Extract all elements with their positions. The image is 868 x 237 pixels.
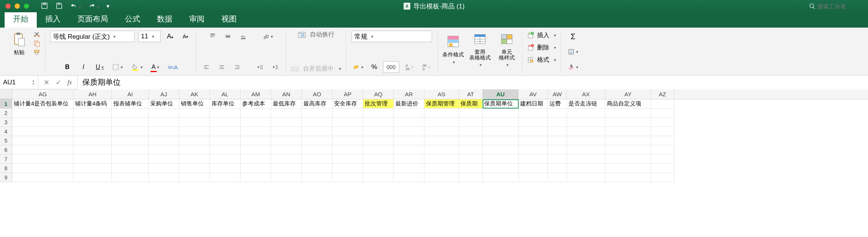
- cell-AX3[interactable]: [567, 118, 605, 127]
- cell-AJ7[interactable]: [149, 155, 179, 164]
- tab-view[interactable]: 视图: [213, 11, 245, 28]
- cell-AY8[interactable]: [605, 164, 651, 173]
- copy-button[interactable]: [33, 40, 41, 47]
- cell-AS8[interactable]: [424, 164, 459, 173]
- cell-AP1[interactable]: 安全库存: [332, 99, 363, 109]
- cell-AO8[interactable]: [302, 164, 332, 173]
- cell-AS1[interactable]: 保质期管理: [424, 99, 459, 109]
- align-right-button[interactable]: [231, 61, 243, 73]
- cell-AZ2[interactable]: [651, 109, 674, 118]
- cell-AP4[interactable]: [332, 127, 363, 136]
- enter-formula-icon[interactable]: ✓: [56, 78, 61, 87]
- cell-AZ4[interactable]: [651, 127, 674, 136]
- font-size-combo[interactable]: 11: [138, 31, 160, 42]
- cell-AR7[interactable]: [394, 155, 424, 164]
- cell-AW9[interactable]: [548, 173, 567, 182]
- column-header-AH[interactable]: AH: [74, 89, 112, 99]
- cell-AN6[interactable]: [271, 145, 302, 155]
- cell-AP9[interactable]: [332, 173, 363, 182]
- redo-icon[interactable]: [88, 3, 100, 10]
- cell-AV4[interactable]: [519, 127, 548, 136]
- cell-AI7[interactable]: [112, 155, 149, 164]
- cell-AK2[interactable]: [179, 109, 210, 118]
- cell-AJ3[interactable]: [149, 118, 179, 127]
- cell-AS3[interactable]: [424, 118, 459, 127]
- cell-AX7[interactable]: [567, 155, 605, 164]
- delete-cells-button[interactable]: ×删除: [527, 43, 556, 52]
- cell-AY3[interactable]: [605, 118, 651, 127]
- cell-AK6[interactable]: [179, 145, 210, 155]
- row-header-9[interactable]: 9: [0, 173, 12, 182]
- cell-AK7[interactable]: [179, 155, 210, 164]
- font-color-button[interactable]: A: [149, 61, 161, 73]
- column-header-AV[interactable]: AV: [519, 89, 548, 99]
- cell-AL8[interactable]: [210, 164, 241, 173]
- cell-AV1[interactable]: 建档日期: [519, 99, 548, 109]
- save-icon[interactable]: [55, 2, 63, 11]
- cell-AO9[interactable]: [302, 173, 332, 182]
- cell-AT9[interactable]: [459, 173, 483, 182]
- cell-AL4[interactable]: [210, 127, 241, 136]
- cell-AV8[interactable]: [519, 164, 548, 173]
- cell-AU7[interactable]: [483, 155, 519, 164]
- formula-input[interactable]: [78, 76, 868, 89]
- fx-icon[interactable]: fx: [67, 79, 72, 86]
- cell-AT7[interactable]: [459, 155, 483, 164]
- row-header-2[interactable]: 2: [0, 109, 12, 118]
- conditional-formatting-button[interactable]: 条件格式: [442, 33, 464, 65]
- tab-review[interactable]: 审阅: [181, 11, 213, 28]
- cell-AX8[interactable]: [567, 164, 605, 173]
- cell-AS9[interactable]: [424, 173, 459, 182]
- cell-AV9[interactable]: [519, 173, 548, 182]
- row-header-5[interactable]: 5: [0, 136, 12, 145]
- cancel-formula-icon[interactable]: ✕: [44, 78, 49, 87]
- cell-AN1[interactable]: 最低库存: [271, 99, 302, 109]
- percent-button[interactable]: %: [368, 61, 380, 73]
- wrap-text-button[interactable]: 自动换行: [298, 31, 334, 39]
- cell-AR6[interactable]: [394, 145, 424, 155]
- column-header-AR[interactable]: AR: [394, 89, 424, 99]
- cell-AU2[interactable]: [483, 109, 519, 118]
- cell-AJ2[interactable]: [149, 109, 179, 118]
- cell-AG1[interactable]: 辅计量4是否包装单位: [12, 99, 74, 109]
- sheet-search[interactable]: [809, 3, 863, 10]
- cell-AT3[interactable]: [459, 118, 483, 127]
- fill-color-button[interactable]: [129, 61, 145, 73]
- cell-AL6[interactable]: [210, 145, 241, 155]
- cell-AL1[interactable]: 库存单位: [210, 99, 241, 109]
- cell-AT2[interactable]: [459, 109, 483, 118]
- column-header-AQ[interactable]: AQ: [363, 89, 394, 99]
- column-header-AU[interactable]: AU: [483, 89, 519, 99]
- cell-AZ5[interactable]: [651, 136, 674, 145]
- cell-AX1[interactable]: 是否走冻链: [567, 99, 605, 109]
- cells-area[interactable]: 辅计量4是否包装单位辅计量4条码报表辅单位采购单位销售单位库存单位参考成本最低库…: [12, 99, 868, 182]
- cell-AH1[interactable]: 辅计量4条码: [74, 99, 112, 109]
- borders-button[interactable]: [110, 61, 125, 73]
- cell-AQ7[interactable]: [363, 155, 394, 164]
- cell-AH6[interactable]: [74, 145, 112, 155]
- column-header-AM[interactable]: AM: [241, 89, 271, 99]
- cell-AO1[interactable]: 最高库存: [302, 99, 332, 109]
- minimize-window-button[interactable]: [15, 3, 20, 9]
- align-middle-button[interactable]: [222, 31, 234, 42]
- number-format-combo[interactable]: 常规: [352, 31, 432, 42]
- cell-AO5[interactable]: [302, 136, 332, 145]
- cell-AL2[interactable]: [210, 109, 241, 118]
- cell-AY6[interactable]: [605, 145, 651, 155]
- italic-button[interactable]: I: [78, 61, 89, 73]
- cell-AO3[interactable]: [302, 118, 332, 127]
- clear-button[interactable]: [566, 61, 580, 73]
- column-header-AN[interactable]: AN: [271, 89, 302, 99]
- column-header-AL[interactable]: AL: [210, 89, 241, 99]
- cell-AR5[interactable]: [394, 136, 424, 145]
- merge-center-button[interactable]: 合并后居中: [291, 65, 341, 73]
- autosum-button[interactable]: Σ: [566, 31, 580, 42]
- fill-button[interactable]: [566, 46, 580, 58]
- cell-AG7[interactable]: [12, 155, 74, 164]
- row-header-4[interactable]: 4: [0, 127, 12, 136]
- cell-AO7[interactable]: [302, 155, 332, 164]
- cell-AR2[interactable]: [394, 109, 424, 118]
- column-header-AW[interactable]: AW: [548, 89, 567, 99]
- cell-AQ5[interactable]: [363, 136, 394, 145]
- cell-AM9[interactable]: [241, 173, 271, 182]
